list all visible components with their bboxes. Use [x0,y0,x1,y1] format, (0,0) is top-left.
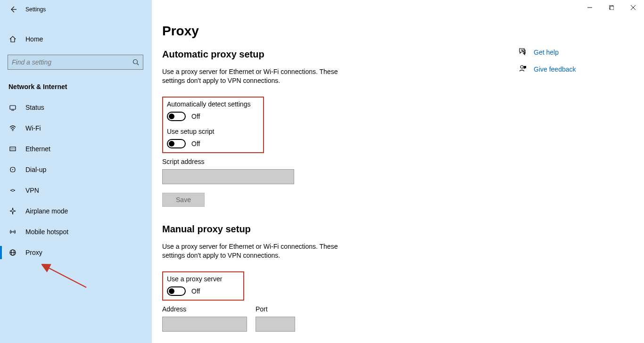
detect-toggle[interactable] [167,112,186,121]
nav-label: Airplane mode [25,207,68,215]
use-proxy-state: Off [191,287,200,295]
svg-point-0 [133,60,138,64]
nav-label: Status [25,104,44,111]
page-title: Proxy [162,24,511,39]
home-icon [8,35,17,43]
back-button[interactable] [9,6,17,13]
nav-proxy[interactable]: Proxy [0,242,152,263]
script-toggle[interactable] [167,139,186,148]
port-label: Port [256,305,295,313]
manual-title: Manual proxy setup [162,224,511,235]
help-text: Get help [534,49,559,56]
port-input[interactable] [256,317,295,332]
airplane-icon [8,207,17,215]
proxy-icon [8,248,17,257]
script-addr-label: Script address [162,158,511,165]
maximize-button[interactable] [601,0,622,15]
hotspot-icon [8,228,17,236]
nav-ethernet[interactable]: Ethernet [0,139,152,159]
detect-state: Off [191,113,200,120]
wifi-icon [8,124,17,132]
nav-label: Ethernet [25,145,50,153]
nav-dialup[interactable]: Dial-up [0,159,152,180]
window-controls [579,0,644,15]
minimize-button[interactable] [579,0,601,15]
nav-home[interactable]: Home [0,29,152,49]
sidebar: Settings Home Network & Internet Status … [0,0,152,343]
addr-input[interactable] [162,317,247,332]
svg-point-17 [520,65,523,68]
use-proxy-label: Use a proxy server [167,275,239,283]
auto-title: Automatic proxy setup [162,49,511,60]
svg-point-12 [12,231,13,232]
svg-rect-2 [10,106,16,109]
right-links: Get help Give feedback [519,47,576,81]
highlight-manual: Use a proxy server Off [162,271,244,301]
status-icon [8,103,17,112]
script-state: Off [191,140,200,147]
detect-label: Automatically detect settings [167,100,259,108]
home-label: Home [25,35,43,43]
svg-point-4 [12,131,13,131]
nav-wifi[interactable]: Wi-Fi [0,118,152,139]
auto-desc: Use a proxy server for Ethernet or Wi-Fi… [162,67,360,85]
svg-point-9 [12,169,13,170]
feedback-icon [519,64,527,74]
search-box[interactable] [8,55,143,70]
dialup-icon [8,165,17,174]
close-button[interactable] [622,0,644,15]
search-input[interactable] [12,58,132,66]
nav-label: Proxy [25,249,42,256]
chat-icon [519,47,527,57]
svg-rect-20 [610,6,614,10]
save-button[interactable]: Save [162,193,205,207]
ethernet-icon [8,145,17,153]
feedback-text: Give feedback [534,65,576,73]
section-title: Network & Internet [8,83,143,90]
script-label: Use setup script [167,128,259,135]
script-addr-input[interactable] [162,169,294,184]
give-feedback-link[interactable]: Give feedback [519,64,576,74]
get-help-link[interactable]: Get help [519,47,576,57]
manual-desc: Use a proxy server for Ethernet or Wi-Fi… [162,242,360,260]
addr-label: Address [162,305,247,313]
nav-label: Dial-up [25,166,46,173]
app-title: Settings [25,6,46,13]
vpn-icon [8,186,17,195]
nav-label: Mobile hotspot [25,228,68,236]
main: Proxy Automatic proxy setup Use a proxy … [162,24,511,340]
nav-vpn[interactable]: VPN [0,180,152,201]
nav-status[interactable]: Status [0,97,152,118]
highlight-auto: Automatically detect settings Off Use se… [162,97,264,153]
titlebar-left: Settings [0,0,152,19]
search-icon [132,59,139,65]
nav-airplane[interactable]: Airplane mode [0,201,152,221]
nav-label: VPN [25,187,39,194]
use-proxy-toggle[interactable] [167,286,186,296]
nav-label: Wi-Fi [25,124,41,132]
svg-line-1 [137,64,139,65]
nav-hotspot[interactable]: Mobile hotspot [0,221,152,242]
